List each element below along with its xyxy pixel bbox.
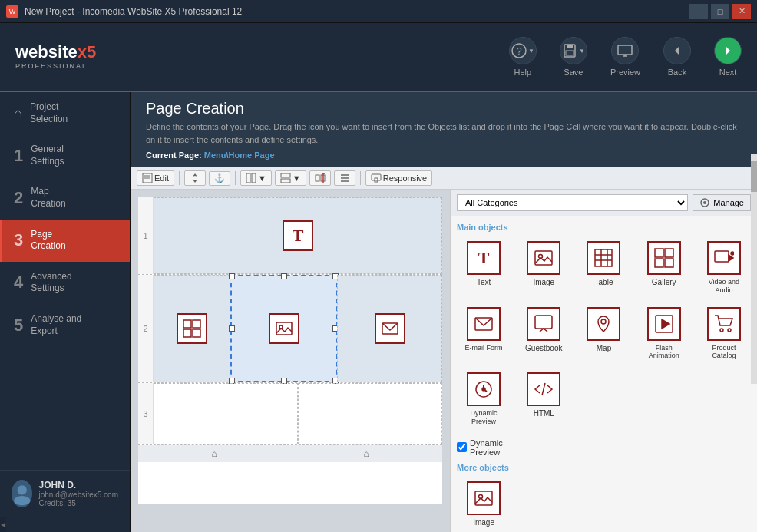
- add-col-button[interactable]: [309, 170, 331, 186]
- sidebar-item-general-settings[interactable]: 1 GeneralSettings: [0, 134, 130, 177]
- object-text[interactable]: T Text: [457, 238, 511, 298]
- cell-2-3[interactable]: [337, 275, 442, 382]
- minimize-button[interactable]: ─: [689, 4, 708, 19]
- svg-rect-38: [535, 251, 552, 265]
- separator-2: [235, 171, 236, 185]
- scrollbar-thumb[interactable]: [751, 190, 757, 192]
- grid-row-1: 1 T: [138, 197, 442, 275]
- svg-rect-49: [715, 251, 729, 262]
- footer-icon-1: ⌂: [211, 448, 217, 459]
- logo-subtitle: PROFESSIONAL: [15, 62, 96, 70]
- cell-1-1[interactable]: T: [154, 197, 442, 274]
- user-credits: Credits: 35: [38, 499, 118, 507]
- svg-rect-45: [655, 249, 663, 257]
- next-icon: [714, 37, 742, 64]
- preview-button[interactable]: Preview: [610, 37, 640, 77]
- scrollbar-track[interactable]: [751, 190, 757, 384]
- row-1-cells: T: [154, 197, 442, 274]
- current-page-value: Menu\Home Page: [204, 150, 275, 160]
- page-header: Page Creation Define the contents of you…: [131, 92, 757, 167]
- cols-button[interactable]: ▼: [240, 170, 272, 186]
- move-button[interactable]: [184, 170, 206, 186]
- map-label: Map: [597, 344, 611, 353]
- close-button[interactable]: ✕: [732, 4, 751, 19]
- window-controls[interactable]: ─ □ ✕: [689, 4, 751, 19]
- current-page: Current Page: Menu\Home Page: [146, 150, 742, 160]
- sidebar-label-analyse: Analyse andExport: [31, 313, 81, 337]
- object-image-more[interactable]: Image: [457, 478, 511, 530]
- separator-1: [179, 171, 180, 185]
- spacing-button[interactable]: ▼: [275, 170, 306, 186]
- category-select[interactable]: All Categories: [457, 194, 688, 211]
- object-product-catalog[interactable]: Product Catalog: [697, 304, 751, 364]
- anchor-button[interactable]: ⚓: [209, 171, 230, 186]
- svg-rect-32: [193, 329, 200, 337]
- row-num-2: 2: [138, 275, 154, 382]
- logo-text: websitex5: [15, 44, 96, 61]
- sidebar-item-analyse-export[interactable]: 5 Analyse andExport: [0, 304, 130, 346]
- cell-3-1[interactable]: [154, 383, 298, 444]
- save-button[interactable]: ▼ Save: [560, 37, 587, 77]
- svg-point-37: [703, 201, 706, 204]
- svg-rect-27: [372, 174, 381, 180]
- dynamic-preview-checkbox-row: DynamicPreview: [457, 438, 751, 457]
- svg-text:?: ?: [516, 45, 521, 57]
- svg-rect-16: [246, 173, 250, 183]
- resize-tm[interactable]: [281, 273, 287, 279]
- edit-label: Edit: [154, 173, 169, 183]
- next-label: Next: [719, 68, 737, 77]
- maximize-button[interactable]: □: [711, 4, 729, 19]
- video-audio-icon: [707, 241, 741, 275]
- objects-grid: T Text Image: [457, 238, 751, 429]
- manage-button[interactable]: Manage: [693, 194, 751, 211]
- svg-rect-29: [183, 320, 191, 328]
- dynamic-preview-label: Dynamic Preview: [460, 409, 507, 426]
- dynamic-preview-checkbox[interactable]: [457, 442, 467, 452]
- object-dynamic-preview[interactable]: Dynamic Preview: [457, 369, 511, 429]
- sidebar: ⌂ ProjectSelection 1 GeneralSettings 2 M…: [0, 92, 131, 532]
- object-image[interactable]: Image: [517, 238, 570, 298]
- object-table[interactable]: Table: [577, 238, 630, 298]
- cell-2-2[interactable]: [230, 275, 337, 382]
- sidebar-label-page: PageCreation: [31, 229, 65, 253]
- object-gallery[interactable]: Gallery: [637, 238, 691, 298]
- sidebar-label-project: ProjectSelection: [30, 101, 68, 125]
- help-button[interactable]: ? ▼ Help: [509, 37, 537, 77]
- sidebar-item-map-creation[interactable]: 2 MapCreation: [0, 177, 130, 219]
- back-button[interactable]: Back: [663, 37, 691, 77]
- sidebar-item-advanced-settings[interactable]: 4 AdvancedSettings: [0, 262, 130, 304]
- cell-3-2[interactable]: [298, 383, 442, 444]
- save-icon: ▼: [560, 37, 587, 64]
- separator-3: [360, 171, 361, 185]
- help-icon: ? ▼: [509, 37, 537, 64]
- svg-point-60: [482, 388, 485, 391]
- main-panel: Page Creation Define the contents of you…: [131, 92, 757, 532]
- svg-line-61: [542, 383, 545, 395]
- step-num-5: 5: [14, 316, 23, 335]
- sidebar-collapse[interactable]: ◀: [0, 517, 6, 532]
- object-map[interactable]: Map: [577, 304, 630, 364]
- resize-ml[interactable]: [229, 325, 235, 332]
- cell-2-1[interactable]: [154, 275, 230, 382]
- user-name: JOHN D.: [38, 480, 118, 491]
- object-video-audio[interactable]: Video and Audio: [697, 238, 751, 298]
- back-icon: [663, 37, 691, 64]
- edit-button[interactable]: Edit: [137, 170, 174, 186]
- editor-area: 1 T 2: [131, 190, 757, 532]
- object-email-form[interactable]: E-mail Form: [457, 304, 511, 364]
- editor-toolbar: Edit ⚓ ▼ ▼: [131, 167, 757, 190]
- svg-point-10: [18, 485, 27, 494]
- svg-marker-8: [675, 46, 679, 55]
- sidebar-item-page-creation[interactable]: 3 PageCreation: [0, 220, 130, 262]
- align-button[interactable]: [334, 170, 355, 186]
- row-2-cells: [154, 275, 442, 382]
- resize-tl[interactable]: [229, 273, 235, 279]
- sidebar-item-project-selection[interactable]: ⌂ ProjectSelection: [0, 92, 130, 134]
- responsive-button[interactable]: Responsive: [365, 170, 432, 186]
- object-flash-animation[interactable]: Flash Animation: [637, 304, 691, 364]
- object-guestbook[interactable]: Guestbook: [517, 304, 570, 364]
- svg-rect-46: [665, 249, 673, 257]
- next-button[interactable]: Next: [714, 37, 742, 77]
- user-info: JOHN D. john.d@websitex5.com Credits: 35: [38, 480, 118, 507]
- object-html[interactable]: HTML: [517, 369, 570, 429]
